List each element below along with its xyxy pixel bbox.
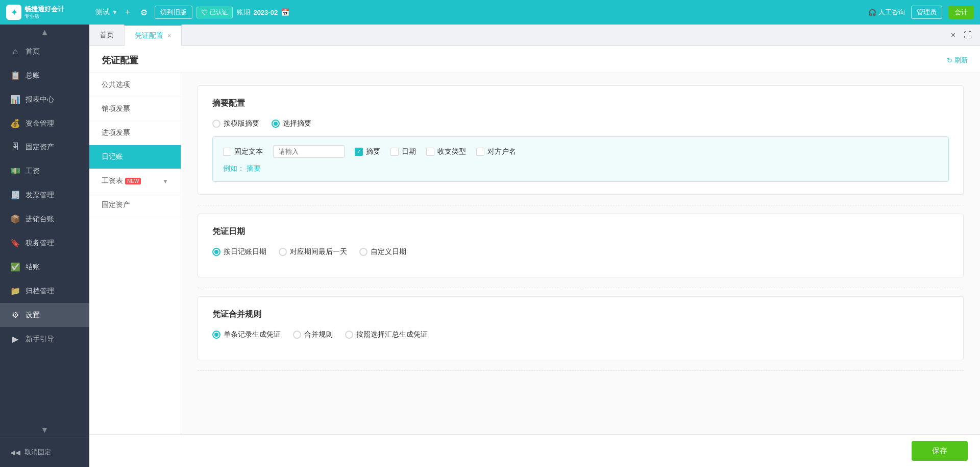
left-nav: 公共选项 销项发票 进项发票 日记账 工资表 NEW — [89, 73, 181, 434]
cb-date-box — [390, 148, 399, 156]
section-summary: 摘要配置 按模版摘要 选择摘要 — [198, 85, 964, 195]
date-radio-group: 按日记账日期 对应期间最后一天 自定义日期 — [212, 247, 949, 256]
save-button[interactable]: 保存 — [912, 441, 968, 461]
sidebar-item-settings[interactable]: ⚙ 设置 — [0, 303, 89, 327]
sidebar-item-payroll[interactable]: 💵 工资 — [0, 159, 89, 183]
close-tab-btn[interactable]: × — [949, 29, 958, 42]
close-period-icon: ✅ — [10, 262, 20, 272]
cb-summary-box — [355, 148, 363, 156]
consult-link[interactable]: 🎧 人工咨询 — [868, 8, 905, 17]
unpin-button[interactable]: ◀◀ 取消固定 — [0, 442, 89, 462]
add-button[interactable]: + — [122, 7, 134, 18]
purchase-icon: 📦 — [10, 214, 20, 224]
cb-summary[interactable]: 摘要 — [355, 147, 380, 156]
cb-counterparty-box — [476, 148, 484, 156]
right-content: 摘要配置 按模版摘要 选择摘要 — [181, 73, 980, 434]
cb-date[interactable]: 日期 — [390, 147, 416, 156]
radio-template-circle — [212, 120, 220, 128]
switch-old-btn[interactable]: 切到旧版 — [155, 6, 192, 19]
cb-fixed-text[interactable]: 固定文本 — [223, 147, 263, 156]
fixed-text-input[interactable] — [273, 145, 345, 158]
settings-icon: ⚙ — [10, 310, 20, 320]
scroll-up-arrow[interactable]: ▲ — [0, 25, 89, 40]
tab-close-btn[interactable]: × — [167, 32, 171, 39]
radio-by-diary-circle — [212, 248, 220, 256]
radio-single[interactable]: 单条记录生成凭证 — [212, 330, 281, 339]
radio-template[interactable]: 按模版摘要 — [212, 119, 259, 128]
section-merge: 凭证合并规则 单条记录生成凭证 合并规则 — [198, 296, 964, 360]
capital-icon: 💰 — [10, 119, 20, 128]
date-title: 凭证日期 — [212, 226, 949, 237]
settings-button[interactable]: ⚙ — [137, 8, 151, 17]
logo-name: 畅捷通好会计 — [24, 5, 64, 13]
payroll-icon: 💵 — [10, 166, 20, 176]
cb-pay-type-box — [426, 148, 434, 156]
nav-item-sales[interactable]: 销项发票 — [89, 97, 181, 121]
radio-custom-date[interactable]: 自定义日期 — [359, 247, 406, 256]
sidebar: ▲ ⌂ 首页 📋 总账 📊 报表中心 💰 资金管理 🗄 固定资产 — [0, 25, 89, 467]
certified-badge: 🛡 已认证 — [197, 7, 233, 18]
tab-home[interactable]: 首页 — [89, 25, 124, 46]
radio-single-circle — [212, 331, 220, 339]
radio-merge-rule[interactable]: 合并规则 — [293, 330, 333, 339]
radio-select[interactable]: 选择摘要 — [272, 119, 311, 128]
nav-item-fixed-assets[interactable]: 固定资产 — [89, 193, 181, 217]
section-date: 凭证日期 按日记账日期 对应期间最后一天 — [198, 214, 964, 277]
nav-item-public[interactable]: 公共选项 — [89, 73, 181, 97]
expand-tab-btn[interactable]: ⛶ — [962, 29, 974, 42]
radio-select-circle — [272, 120, 280, 128]
radio-custom-date-circle — [359, 248, 368, 256]
sidebar-item-capital[interactable]: 💰 资金管理 — [0, 111, 89, 135]
logo: ✦ 畅捷通好会计 专业版 — [6, 5, 95, 20]
cb-fixed-text-box — [223, 148, 231, 156]
page-content: 凭证配置 ↻ 刷新 公共选项 销项发票 进项发票 — [89, 46, 980, 467]
cb-counterparty[interactable]: 对方户名 — [476, 147, 516, 156]
radio-by-diary[interactable]: 按日记账日期 — [212, 247, 266, 256]
page-title: 凭证配置 — [102, 54, 138, 66]
unpin-icon: ◀◀ — [10, 449, 20, 456]
sidebar-item-assets[interactable]: 🗄 固定资产 — [0, 135, 89, 159]
sidebar-item-ledger[interactable]: 📋 总账 — [0, 63, 89, 87]
accountant-button[interactable]: 会计 — [948, 6, 974, 19]
logo-icon: ✦ — [6, 5, 21, 20]
scroll-down-arrow[interactable]: ▼ — [0, 424, 89, 437]
page-header: 凭证配置 ↻ 刷新 — [89, 46, 980, 73]
archive-icon: 📁 — [10, 286, 20, 296]
radio-last-day[interactable]: 对应期间最后一天 — [279, 247, 347, 256]
summary-title: 摘要配置 — [212, 98, 949, 109]
nav-item-purchase-invoice[interactable]: 进项发票 — [89, 121, 181, 145]
refresh-icon: ↻ — [947, 57, 952, 64]
radio-merge-rule-circle — [293, 331, 301, 339]
logo-sub: 专业版 — [24, 13, 64, 19]
sidebar-item-archive[interactable]: 📁 归档管理 — [0, 279, 89, 303]
tax-icon: 🔖 — [10, 238, 20, 248]
topbar: ✦ 畅捷通好会计 专业版 测试 ▼ + ⚙ 切到旧版 🛡 已认证 账期 2023… — [0, 0, 980, 25]
sidebar-item-purchase[interactable]: 📦 进销台账 — [0, 207, 89, 231]
sidebar-item-close[interactable]: ✅ 结账 — [0, 255, 89, 279]
reports-icon: 📊 — [10, 95, 20, 104]
sidebar-item-guide[interactable]: ▶ 新手引导 — [0, 327, 89, 351]
summary-radio-group: 按模版摘要 选择摘要 — [212, 119, 949, 128]
tab-voucher-config[interactable]: 凭证配置 × — [124, 25, 182, 46]
cb-pay-type[interactable]: 收支类型 — [426, 147, 466, 156]
summary-options-box: 固定文本 摘要 日期 — [212, 136, 949, 182]
page-footer: 保存 — [89, 434, 980, 467]
refresh-button[interactable]: ↻ 刷新 — [947, 56, 968, 65]
merge-title: 凭证合并规则 — [212, 309, 949, 320]
new-badge: NEW — [125, 178, 141, 184]
sidebar-item-invoice[interactable]: 🧾 发票管理 — [0, 183, 89, 207]
period-info: 账期 2023-02 📅 — [237, 8, 289, 17]
merge-radio-group: 单条记录生成凭证 合并规则 按照选择汇总生成凭证 — [212, 330, 949, 339]
sidebar-item-reports[interactable]: 📊 报表中心 — [0, 87, 89, 111]
manager-button[interactable]: 管理员 — [911, 6, 942, 19]
nav-item-payslip[interactable]: 工资表 NEW ▼ — [89, 169, 181, 193]
radio-by-selection-circle — [345, 331, 353, 339]
radio-by-selection[interactable]: 按照选择汇总生成凭证 — [345, 330, 428, 339]
sidebar-item-home[interactable]: ⌂ 首页 — [0, 40, 89, 63]
sidebar-item-tax[interactable]: 🔖 税务管理 — [0, 231, 89, 255]
ledger-icon: 📋 — [10, 71, 20, 80]
assets-icon: 🗄 — [10, 143, 20, 152]
nav-item-diary[interactable]: 日记账 — [89, 145, 181, 169]
guide-icon: ▶ — [10, 334, 20, 344]
invoice-icon: 🧾 — [10, 190, 20, 200]
